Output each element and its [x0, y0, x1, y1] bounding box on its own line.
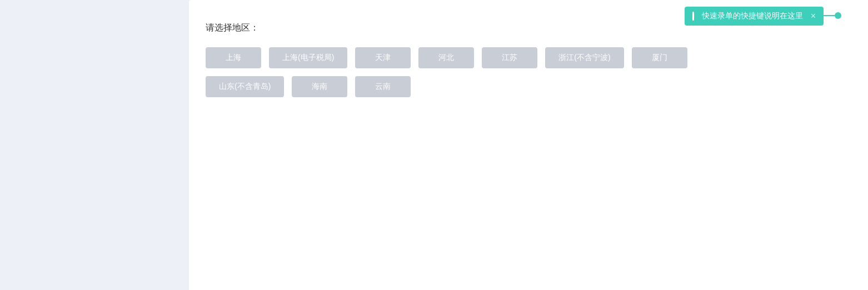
tooltip-dot — [835, 12, 841, 19]
region-button-shanghai-etax[interactable]: 上海(电子税局) — [269, 47, 347, 68]
region-button-hainan[interactable]: 海南 — [292, 76, 347, 97]
region-button-tianjin[interactable]: 天津 — [355, 47, 411, 68]
region-button-xiamen[interactable]: 厦门 — [632, 47, 687, 68]
sidebar — [0, 0, 189, 290]
region-button-zhejiang[interactable]: 浙江(不含宁波) — [545, 47, 623, 68]
tooltip-close-button[interactable]: × — [811, 12, 816, 21]
region-button-jiangsu[interactable]: 江苏 — [482, 47, 537, 68]
region-button-shandong[interactable]: 山东(不含青岛) — [206, 76, 284, 97]
region-button-shanghai[interactable]: 上海 — [206, 47, 261, 68]
region-buttons-row-1: 上海上海(电子税局)天津河北江苏浙江(不含宁波)厦门 — [206, 47, 851, 68]
region-buttons-row-2: 山东(不含青岛)海南云南 — [206, 76, 851, 97]
main-content: 请选择地区： 上海上海(电子税局)天津河北江苏浙江(不含宁波)厦门 山东(不含青… — [189, 0, 868, 290]
tooltip-text: 快速录单的快捷键说明在这里 — [702, 11, 803, 21]
region-button-yunnan[interactable]: 云南 — [355, 76, 411, 97]
tooltip-banner: 快速录单的快捷键说明在这里 × — [685, 7, 824, 26]
region-button-hebei[interactable]: 河北 — [418, 47, 474, 68]
